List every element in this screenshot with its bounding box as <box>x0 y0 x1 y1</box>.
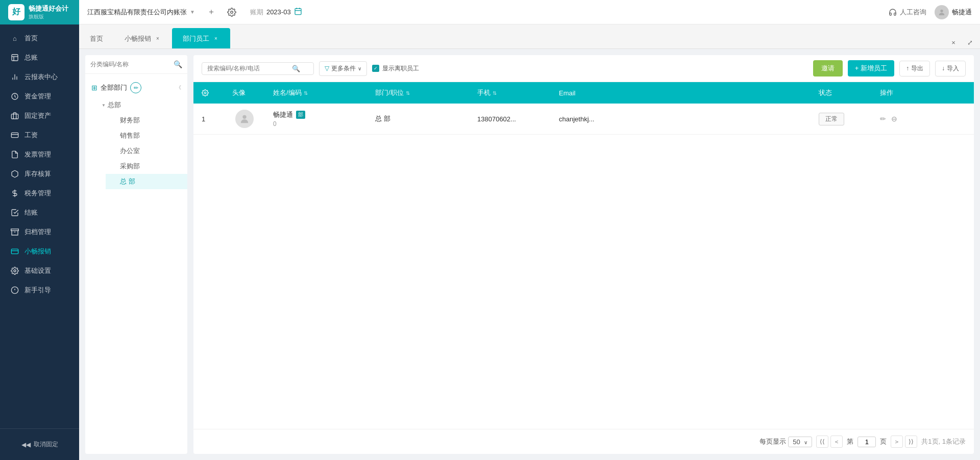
th-dept[interactable]: 部门/职位 ⇅ <box>367 82 469 104</box>
show-resigned-label: 显示离职员工 <box>382 64 419 73</box>
dept-parent-hq[interactable]: ▼ 总部 <box>95 97 187 113</box>
dept-child-purchase[interactable]: 采购部 <box>106 159 187 174</box>
service-button[interactable]: 人工咨询 <box>889 8 926 17</box>
employee-code: 0 <box>273 120 359 127</box>
cell-email: chanjethkj... <box>551 109 811 129</box>
sidebar-item-expense[interactable]: 小畅报销 <box>0 242 79 261</box>
svg-rect-17 <box>11 229 19 231</box>
sidebar-item-ledger[interactable]: 总账 <box>0 48 79 67</box>
sidebar-item-invoice[interactable]: 发票管理 <box>0 145 79 164</box>
inventory-icon <box>10 169 19 178</box>
tab-home[interactable]: 首页 <box>79 28 114 48</box>
th-status: 状态 <box>811 82 872 104</box>
cancel-fixed-button[interactable]: ◀◀ 取消固定 <box>0 435 79 454</box>
employee-search-icon[interactable]: 🔍 <box>292 65 300 72</box>
dept-finance-label: 财务部 <box>120 116 140 124</box>
export-button[interactable]: ↑ 导出 <box>899 61 930 76</box>
svg-rect-19 <box>11 249 18 253</box>
tab-dept-employee-close[interactable]: × <box>212 35 219 42</box>
tab-dept-employee[interactable]: 部门员工 × <box>172 28 230 48</box>
sidebar-item-funds[interactable]: 资金管理 <box>0 87 79 106</box>
sidebar-nav: ⌂ 首页 总账 云报表中心 <box>0 24 79 428</box>
sidebar-item-guide[interactable]: 新手引导 <box>0 280 79 300</box>
topbar-actions: ＋ 账期 2023-03 <box>205 6 302 18</box>
table-row: 1 畅捷通 <box>193 104 974 135</box>
invite-button[interactable]: 邀请 <box>813 60 843 76</box>
period-value: 2023-03 <box>266 8 291 16</box>
dept-search-input[interactable] <box>90 61 170 68</box>
filter-icon: ▽ <box>325 65 329 72</box>
calendar-icon[interactable] <box>294 7 302 17</box>
grid-icon: ⊞ <box>91 84 97 92</box>
add-tab-button[interactable]: ＋ <box>205 6 217 18</box>
page-input[interactable] <box>857 437 876 447</box>
cell-phone: 138070602... <box>469 109 551 129</box>
cell-status: 正常 <box>811 107 872 132</box>
total-info: 共1页, 1条记录 <box>921 437 966 446</box>
cell-action: ✏ ⊖ <box>872 109 974 129</box>
th-name[interactable]: 姓名/编码 ⇅ <box>265 82 367 104</box>
name-sort-icon: ⇅ <box>304 90 308 96</box>
show-resigned-checkbox[interactable]: ✓ 显示离职员工 <box>372 64 419 73</box>
expand-icon: ▼ <box>102 103 106 108</box>
toolbar-right: 邀请 + 新增员工 ↑ 导出 ↓ 导入 <box>813 60 966 76</box>
dept-all-item[interactable]: ⊞ 全部部门 ✏ 《 <box>85 78 187 97</box>
sidebar-item-archive[interactable]: 归档管理 <box>0 222 79 242</box>
sidebar-item-home[interactable]: ⌂ 首页 <box>0 29 79 48</box>
th-settings[interactable] <box>193 82 224 104</box>
tab-expense-close[interactable]: × <box>154 35 161 42</box>
row-no: 1 <box>202 115 205 123</box>
company-selector[interactable]: 江西服宝精品有限责任公司内账张 ▼ <box>87 8 195 17</box>
status-badge: 正常 <box>819 113 844 125</box>
sidebar-item-tax[interactable]: 税务管理 <box>0 184 79 203</box>
dept-child-general[interactable]: 总 部 <box>106 174 187 189</box>
employee-search-input[interactable] <box>207 65 289 72</box>
sidebar-item-inventory[interactable]: 库存核算 <box>0 164 79 184</box>
tab-fullscreen-button[interactable]: ⤢ <box>964 36 976 48</box>
sidebar-label-close: 结账 <box>24 208 38 217</box>
dept-collapse-icon[interactable]: 《 <box>176 84 181 91</box>
tab-expense[interactable]: 小畅报销 × <box>114 28 172 48</box>
filter-button[interactable]: ▽ 更多条件 ∨ <box>319 61 367 76</box>
edit-icon[interactable]: ✏ <box>880 115 886 123</box>
sidebar-item-assets[interactable]: 固定资产 <box>0 106 79 125</box>
cell-avatar <box>224 104 265 134</box>
th-phone[interactable]: 手机 ⇅ <box>469 82 551 104</box>
sidebar-item-reports[interactable]: 云报表中心 <box>0 67 79 87</box>
assets-icon <box>10 111 19 120</box>
dept-edit-icon[interactable]: ✏ <box>130 82 141 93</box>
dept-child-sales[interactable]: 销售部 <box>106 128 187 143</box>
tab-dept-employee-label: 部门员工 <box>183 34 209 43</box>
dept-children-hq: 财务部 销售部 办公室 采购部 <box>95 113 187 189</box>
last-page-button[interactable]: ⟩⟩ <box>905 436 917 448</box>
user-area[interactable]: 畅捷通 <box>935 5 972 19</box>
sidebar-item-basic-settings[interactable]: 基础设置 <box>0 261 79 280</box>
logout-icon[interactable]: ⊖ <box>891 115 897 123</box>
first-page-button[interactable]: ⟨⟨ <box>816 436 828 448</box>
dept-child-office[interactable]: 办公室 <box>106 143 187 159</box>
dept-hq-label: 总部 <box>108 100 121 110</box>
prev-page-button[interactable]: ＜ <box>830 436 843 448</box>
dept-search-icon[interactable]: 🔍 <box>174 60 182 68</box>
add-employee-button[interactable]: + 新增员工 <box>848 60 894 76</box>
period-area: 账期 2023-03 <box>250 7 302 17</box>
name-cell: 畅捷通 部 0 <box>273 110 359 127</box>
export-label: 导出 <box>911 64 923 73</box>
sidebar-item-salary[interactable]: 工资 <box>0 125 79 145</box>
import-button[interactable]: ↓ 导入 <box>935 61 966 76</box>
close-accounts-icon <box>10 208 19 217</box>
th-action: 操作 <box>872 82 974 104</box>
dept-child-finance[interactable]: 财务部 <box>106 113 187 128</box>
settings-icon[interactable] <box>226 6 238 18</box>
page-size-value[interactable]: 50 ∨ <box>788 437 812 447</box>
top-bar: 好 畅捷通好会计 旗舰版 江西服宝精品有限责任公司内账张 ▼ ＋ 账期 2023… <box>0 0 980 24</box>
th-email: Email <box>551 82 811 104</box>
tab-close-all-button[interactable]: × <box>947 36 960 48</box>
chevron-down-icon: ▼ <box>190 9 195 15</box>
col-dept-label: 部门/职位 <box>375 88 404 97</box>
svg-point-21 <box>14 270 16 272</box>
service-label: 人工咨询 <box>900 8 926 17</box>
next-page-button[interactable]: ＞ <box>891 436 903 448</box>
company-name: 江西服宝精品有限责任公司内账张 <box>87 8 187 17</box>
sidebar-item-close[interactable]: 结账 <box>0 203 79 222</box>
